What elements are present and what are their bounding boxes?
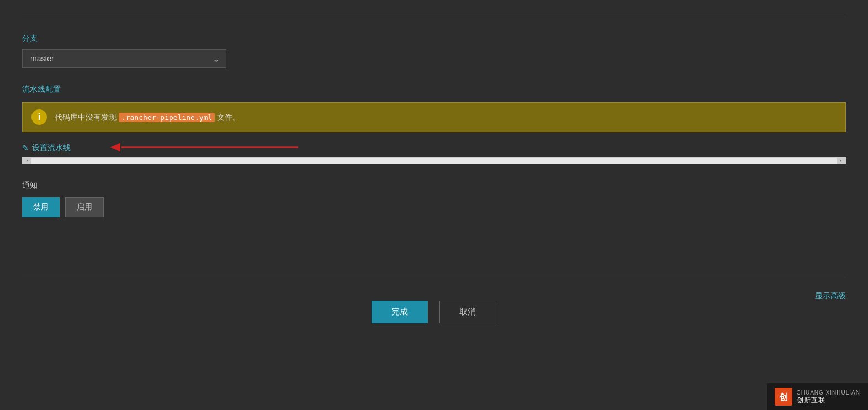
brand-line2: 创新互联 [797,396,860,405]
branch-section-label: 分支 [22,34,846,44]
page-container: 分支 master develop release ⌄ 流水线配置 i 代码库中… [0,0,868,356]
setup-pipeline-link[interactable]: 设置流水线 [32,143,71,153]
info-icon: i [31,109,47,125]
enable-button[interactable]: 启用 [65,197,104,217]
info-banner-text: 代码库中没有发现 .rancher-pipeline.yml 文件。 [55,112,240,123]
notify-buttons: 禁用 启用 [22,197,846,217]
disable-button[interactable]: 禁用 [22,197,60,217]
info-text-before: 代码库中没有发现 [55,113,117,122]
cancel-button[interactable]: 取消 [439,301,496,323]
info-banner: i 代码库中没有发现 .rancher-pipeline.yml 文件。 [22,102,846,132]
edit-icon: ✎ [22,144,29,153]
setup-pipeline-row: ✎ 设置流水线 [22,143,846,153]
svg-marker-1 [110,143,120,152]
complete-button[interactable]: 完成 [372,301,428,323]
arrow-annotation [110,139,298,157]
bottom-divider [22,278,846,278]
scroll-left-button[interactable]: ‹ [23,158,31,164]
notify-label: 通知 [22,181,846,191]
red-arrow-svg [110,139,298,156]
scrollbar-track[interactable]: ‹ › [22,157,846,164]
branch-select[interactable]: master develop release [22,49,226,68]
scroll-right-button[interactable]: › [837,158,845,164]
branch-select-wrapper: master develop release ⌄ [22,49,226,68]
top-divider [22,17,846,17]
brand-icon-svg: 创 [775,388,792,406]
brand-logo: 创 CHUANG XINHULIAN 创新互联 [767,383,868,410]
notify-section: 通知 禁用 启用 [22,181,846,217]
pipeline-config-label: 流水线配置 [22,85,846,94]
info-banner-code: .rancher-pipeline.yml [119,113,215,122]
brand-line1: CHUANG XINHULIAN [797,389,860,396]
footer-buttons: 完成 取消 [22,290,846,334]
info-text-after: 文件。 [217,113,240,122]
brand-text: CHUANG XINHULIAN 创新互联 [797,389,860,405]
show-advanced-link[interactable]: 显示高级 [815,291,846,301]
svg-text:创: 创 [779,392,788,402]
brand-icon: 创 [775,388,792,406]
